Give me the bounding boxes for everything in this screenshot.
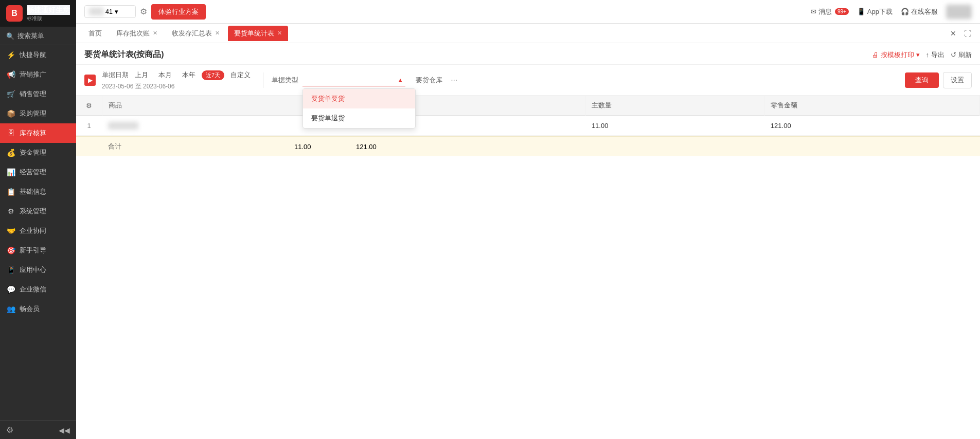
filter-bar: ▶ 单据日期 上月 本月 本年 近7天 自定义 2023-05-06 至 202… [76,64,980,96]
sidebar-icon-members: 👥 [6,305,15,313]
dropdown-item-requisition[interactable]: 要货单要货 [303,89,415,108]
warehouse-ellipsis-icon[interactable]: ··· [451,76,457,85]
refresh-button[interactable]: ↺ 刷新 [951,50,972,60]
headset-icon: 🎧 [901,8,909,15]
filter-toggle-button[interactable]: ▶ [84,75,96,86]
sidebar-icon-guide: 🎯 [6,246,15,254]
sidebar-label-system: 系统管理 [20,207,46,216]
messages-badge: 99+ [835,8,849,15]
tab-close-order-summary[interactable]: ✕ [277,30,282,36]
tab-label-batch-account: 库存批次账 [116,29,150,38]
header-settings-icon[interactable]: ⚙ [140,7,147,16]
sidebar-item-enterprise[interactable]: 🤝 企业协同 [0,221,76,241]
type-filter-label: 单据类型 [272,76,298,85]
sidebar-icon-purchase: 📦 [6,109,15,118]
type-dropdown: 要货单要货要货单退货 [302,88,416,129]
sidebar-label-guide: 新手引导 [20,246,46,255]
sidebar-item-wechat[interactable]: 💬 企业微信 [0,280,76,299]
sidebar-icon-inventory: 🗄 [6,129,15,137]
sidebar-item-marketing[interactable]: 📢 营销推广 [0,65,76,84]
tab-batch-account[interactable]: 库存批次账✕ [110,26,164,41]
query-button[interactable]: 查询 [905,72,939,88]
warehouse-filter-label: 要货仓库 [416,76,442,85]
sidebar-label-quick-nav: 快捷导航 [20,50,46,60]
expand-tabs-button[interactable]: ⛶ [961,27,974,40]
col-quantity: 主数量 [585,96,764,116]
filter-divider-1 [263,72,263,88]
total-amount: 121.00 [350,143,412,151]
date-option-this-year[interactable]: 本年 [178,69,200,81]
total-label: 合计 [82,142,185,151]
date-option-this-month[interactable]: 本月 [154,69,176,81]
messages-item[interactable]: ✉ 消息 99+ [811,7,849,16]
store-name: ███ [89,8,103,15]
sidebar-item-guide[interactable]: 🎯 新手引导 [0,241,76,260]
sidebar-item-system[interactable]: ⚙ 系统管理 [0,202,76,221]
tab-label-home: 首页 [88,29,102,38]
tab-close-receive-summary[interactable]: ✕ [215,30,220,36]
date-option-custom[interactable]: 自定义 [226,69,255,81]
data-table: ⚙ 商品 主计量单位 主数量 零售金额 1 ████ ██ 块 11.00 12… [76,96,980,136]
date-option-7days[interactable]: 近7天 [202,70,224,80]
sidebar-item-purchase[interactable]: 📦 采购管理 [0,104,76,123]
sidebar-icon-wechat: 💬 [6,285,15,294]
app-logo: B 畅捷通好生意 标准版 [0,0,76,27]
sidebar-item-app-center[interactable]: 📱 应用中心 [0,260,76,280]
tab-close-batch-account[interactable]: ✕ [153,30,157,36]
type-input[interactable] [302,74,405,86]
table-settings-icon[interactable]: ⚙ [86,102,92,109]
export-button[interactable]: ↑ 导出 [926,50,945,60]
sidebar-item-quick-nav[interactable]: ⚡ 快捷导航 [0,45,76,65]
tab-receive-summary[interactable]: 收发存汇总表✕ [166,26,226,41]
close-all-tabs-button[interactable]: ✕ [947,27,959,40]
tab-label-order-summary: 要货单统计表 [234,29,274,38]
sidebar-nav: ⚡ 快捷导航 📢 营销推广 🛒 销售管理 📦 采购管理 🗄 库存核算 💰 资金管… [0,45,76,420]
table-body: 1 ████ ██ 块 11.00 121.00 [76,116,980,136]
type-input-wrap: ▲ 要货单要货要货单退货 [302,74,405,86]
sidebar-item-operations[interactable]: 📊 经营管理 [0,162,76,182]
sidebar-item-sales[interactable]: 🛒 销售管理 [0,84,76,104]
search-menu[interactable]: 🔍 搜索菜单 [0,27,76,45]
sidebar-label-inventory: 库存核算 [20,129,46,138]
settings-icon[interactable]: ⚙ [6,425,13,435]
sidebar-label-wechat: 企业微信 [20,285,46,294]
tabs-bar: 首页库存批次账✕收发存汇总表✕要货单统计表✕ ✕ ⛶ [76,24,980,43]
main-content: ███ 41 ▾ ⚙ 体验行业方案 ✉ 消息 99+ 📱 App下载 🎧 在线客… [76,0,980,439]
page-actions: 🖨 按模板打印 ▾ ↑ 导出 ↺ 刷新 [872,50,972,60]
sidebar-icon-marketing: 📢 [6,70,15,79]
col-amount: 零售金额 [764,96,980,116]
filter-settings-button[interactable]: 设置 [943,72,972,88]
page-content: 要货单统计表(按商品) 🖨 按模板打印 ▾ ↑ 导出 ↺ 刷新 [76,43,980,439]
sidebar-item-members[interactable]: 👥 畅会员 [0,299,76,319]
cell-quantity-0: 11.00 [585,116,764,136]
header-left: ███ 41 ▾ ⚙ 体验行业方案 [84,4,805,20]
trial-button[interactable]: 体验行业方案 [151,4,206,20]
logo-text: 畅捷通好生意 标准版 [27,5,70,21]
total-quantity: 11.00 [288,143,350,151]
print-arrow-icon: ▾ [916,51,920,59]
tab-order-summary[interactable]: 要货单统计表✕ [228,26,288,41]
store-selector[interactable]: ███ 41 ▾ [84,5,136,18]
sidebar-item-basic[interactable]: 📋 基础信息 [0,182,76,202]
sidebar-item-inventory[interactable]: 🗄 库存核算 [0,123,76,143]
date-filter-label: 单据日期 [102,70,129,80]
cell-product-0: ████ ██ [102,116,334,136]
collapse-button[interactable]: ◀◀ [59,426,70,434]
tab-home[interactable]: 首页 [82,26,108,41]
date-range-display: 2023-05-06 至 2023-06-06 [102,82,255,91]
sidebar-bottom: ⚙ ◀◀ [0,420,76,439]
sidebar-icon-enterprise: 🤝 [6,227,15,235]
user-avatar[interactable] [946,5,972,19]
col-settings[interactable]: ⚙ [76,96,102,116]
col-product: 商品 [102,96,334,116]
sidebar-icon-app-center: 📱 [6,266,15,274]
app-download-item[interactable]: 📱 App下载 [857,7,893,16]
date-filter-section: 单据日期 上月 本月 本年 近7天 自定义 2023-05-06 至 2023-… [102,69,255,91]
print-button[interactable]: 🖨 按模板打印 ▾ [872,50,920,60]
online-service-item[interactable]: 🎧 在线客服 [901,7,938,16]
dropdown-item-return[interactable]: 要货单退货 [303,108,415,128]
sidebar-item-finance[interactable]: 💰 资金管理 [0,143,76,162]
logo-icon: B [6,5,23,22]
date-option-last-month[interactable]: 上月 [131,69,152,81]
store-number: 41 [105,8,113,15]
